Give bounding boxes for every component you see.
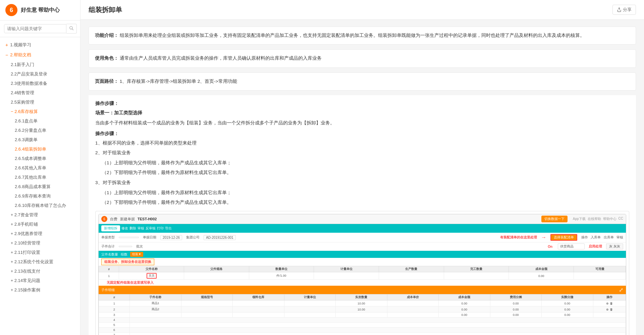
form-type-value[interactable]: [119, 237, 139, 238]
app-title: 好生意 帮助中心: [21, 7, 60, 14]
sidebar-item-inv264[interactable]: 2.6.4组装拆卸单: [0, 145, 80, 154]
form-date-value[interactable]: 2019-12-26: [160, 235, 182, 240]
app-logo: 6: [101, 216, 107, 222]
form-group-label: 集团公司: [186, 235, 200, 240]
tab-modify[interactable]: 修改: [121, 226, 128, 231]
table-row: 4: [99, 318, 626, 323]
arrow-right-icon: →: [541, 234, 546, 240]
tab-delete[interactable]: 删除: [129, 226, 136, 231]
sidebar-item-mobile[interactable]: + 2.8手机旺铺: [0, 220, 80, 229]
sidebar-header: 6 好生意 帮助中心: [0, 0, 80, 20]
role-label: 使用角色：: [95, 56, 118, 61]
sidebar-item-inv261[interactable]: 2.6.1盘点单: [0, 116, 80, 126]
app-topbar-icons: App下载在线帮助帮助中心CC: [573, 217, 623, 221]
plus-icon-faq: +: [11, 278, 13, 283]
sidebar-item-faq[interactable]: + 2.14常见问题: [0, 276, 80, 285]
plus-icon-print: +: [11, 250, 13, 255]
tab-unaudit[interactable]: 反审核: [146, 226, 156, 231]
app-topbar-separator: 新建单据: [120, 217, 135, 222]
sidebar-item-inv265[interactable]: 2.6.5成本调整单: [0, 154, 80, 163]
logo-icon: 6: [5, 4, 17, 16]
share-button[interactable]: 分享: [612, 5, 636, 15]
app-nav-tabs: 新增组拆 修改 删除 审核 反审核 打印 导出: [99, 224, 626, 233]
sidebar-item-inv2610[interactable]: 2.6.10库存账本错了怎么办: [0, 201, 80, 210]
annotation-on: On: [548, 245, 552, 248]
th-num: #: [99, 266, 119, 272]
app-window: 6 自费 新建单据 TEST-H002 切换数据一下 App下载在线帮助帮助中心…: [98, 214, 626, 335]
select-assembly-btn[interactable]: 选择装配清单: [550, 234, 577, 241]
th-finish: 完工数量: [444, 266, 509, 272]
sidebar-item-biz[interactable]: + 2.10经营管理: [0, 238, 80, 248]
table1-container: # 父件名称 父件规格 数量单位 计量单位 生产数量 完工数量 成本金额 可用量: [99, 266, 626, 280]
sidebar-item-sales[interactable]: 2.4销售管理: [0, 88, 80, 98]
plus-icon-cases: +: [11, 288, 13, 292]
tab-export[interactable]: 导出: [165, 226, 172, 231]
app-topbar: 6 自费 新建单据 TEST-H002 切换数据一下 App下载在线帮助帮助中心…: [99, 214, 626, 224]
qty-label: 子件合计: [101, 244, 115, 249]
share-label: 分享: [623, 7, 632, 13]
th-avail: 可用量: [574, 266, 626, 272]
sidebar-item-newbie[interactable]: 2.1新手入门: [0, 60, 80, 69]
sidebar-item-personalize[interactable]: + 2.12系统个性化设置: [0, 257, 80, 267]
table-row: 1 商品1 10.00 0.00 0.00 0.00: [99, 300, 626, 306]
sidebar-nav: + 1.视频学习 − 2.帮助文档 2.1新手入门 2.2产品安装及登录 2.3…: [0, 37, 80, 335]
table1-name-cell[interactable]: 关关: [147, 273, 157, 279]
form-row2: 子件合计 批次 On 供货商品 启用处理 灰 灰灰: [99, 242, 626, 251]
content-area: 功能介绍： 组装拆卸单用来处理企业组装或拆卸等加工业务，支持有固定装配清单的产品…: [80, 20, 644, 335]
form-group-value[interactable]: AD-20191226-001: [204, 235, 236, 240]
expand-icon[interactable]: ⤢: [619, 287, 623, 293]
sidebar-item-purchase[interactable]: 2.5采购管理: [0, 98, 80, 107]
sidebar-item-install[interactable]: 2.2产品安装及登录: [0, 69, 80, 79]
sidebar-item-inv262[interactable]: 2.6.2分量盘点单: [0, 126, 80, 135]
tab-new[interactable]: 新增组拆: [101, 225, 120, 231]
sidebar-item-coupon[interactable]: + 2.9优惠券管理: [0, 229, 80, 238]
sidebar-item-print[interactable]: + 2.11打印设置: [0, 248, 80, 257]
sidebar-item-cases[interactable]: + 2.15操作案例: [0, 285, 80, 295]
plus-icon-personalize: +: [11, 260, 13, 264]
plus-icon-onlinepay: +: [11, 269, 13, 274]
sidebar-item-inventory[interactable]: − 2.6库存核算: [0, 107, 80, 116]
intro-block: 功能介绍： 组装拆卸单用来处理企业组装或拆卸等加工业务，支持有固定装配清单的产品…: [89, 26, 636, 45]
th-spec: 父件规格: [184, 266, 249, 272]
sidebar-item-helpdoc[interactable]: − 2.帮助文档: [0, 50, 80, 60]
table2-header-row: # 子件名称 规格型号 领料仓库 计量单位 实发数量 成本单价 成本金额 费用分…: [99, 294, 626, 300]
sidebar-item-inv263[interactable]: 2.6.3调拨单: [0, 135, 80, 145]
sidebar-item-finance[interactable]: + 2.7资金管理: [0, 210, 80, 220]
scene1-title: 场景一：加工类型选择: [95, 110, 142, 115]
minus-icon: −: [5, 52, 8, 58]
minus-icon-inventory: −: [11, 109, 13, 114]
qty-value: [119, 246, 132, 247]
form-enable-input[interactable]: 供货商品: [558, 243, 585, 249]
sidebar-item-inv268[interactable]: 2.6.8商品成本重算: [0, 182, 80, 191]
confirm-btn[interactable]: 灰 灰灰: [606, 243, 623, 249]
section2-header-text: 子件明细: [101, 288, 115, 292]
step3-2: （2）下部明细为子件明细，最终作为产成品生成其它入库单。: [95, 198, 629, 207]
sub-annotation-text: 无固定配件组装在这里填写录入: [107, 281, 154, 284]
role-text: 通常由生产人员或库管人员完成拆装业务的操作，库管人员确认原材料的出库和产成品的入…: [120, 56, 322, 61]
app-switch-btn[interactable]: 切换数据一下: [541, 216, 568, 222]
sidebar-item-onlinepay[interactable]: + 2.13在线支付: [0, 267, 80, 276]
sidebar-item-video[interactable]: + 1.视频学习: [0, 40, 80, 50]
sidebar-item-predata[interactable]: 2.3使用前数据准备: [0, 79, 80, 88]
sidebar-item-inv267[interactable]: 2.6.7其他出库单: [0, 173, 80, 182]
sidebar-item-inv266[interactable]: 2.6.6其他入库单: [0, 163, 80, 173]
sidebar-item-inv269[interactable]: 2.6.9库存账本查询: [0, 191, 80, 201]
table-row: 2 商品2 10.00 0.00 0.00 0.00: [99, 306, 626, 313]
section1-wrapper: 父件名数量 组数 组装▼ 组装业务、拆卸业务在这里切换: [99, 251, 626, 266]
section1-header: 父件名数量 组数 组装▼: [99, 251, 626, 258]
section1-switch[interactable]: 组装▼: [130, 252, 143, 257]
section1-header-text: 父件名数量 组数: [101, 252, 127, 257]
screenshot-container: 6 自费 新建单据 TEST-H002 切换数据一下 App下载在线帮助帮助中心…: [95, 211, 629, 335]
role-block: 使用角色： 通常由生产人员或库管人员完成拆装业务的操作，库管人员确认原材料的出库…: [89, 49, 636, 67]
main-content: 组装拆卸单 分享 功能介绍： 组装拆卸单用来处理企业组装或拆卸等加工业务，支持有…: [80, 0, 644, 335]
app-topbar-left: 自费: [110, 217, 117, 222]
tab-print[interactable]: 打印: [157, 226, 164, 231]
annotation-right: 启用处理: [589, 244, 602, 249]
table-row: 5: [99, 323, 626, 328]
table-row: 6: [99, 328, 626, 333]
tab-audit[interactable]: 审核: [138, 226, 144, 231]
step3: 3、对于拆装业务: [95, 178, 629, 187]
annotation-top: 有装配清单的在这里处理: [500, 235, 537, 240]
search-button[interactable]: [66, 24, 77, 34]
search-input[interactable]: [4, 24, 66, 33]
